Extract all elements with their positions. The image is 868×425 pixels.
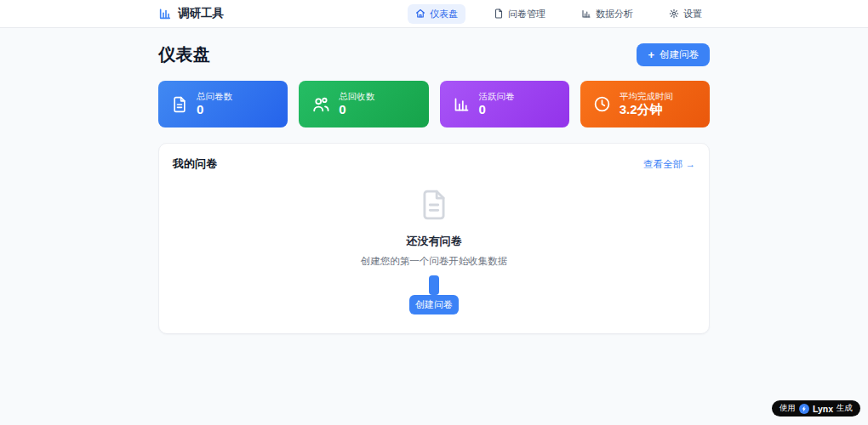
badge-prefix: 使用 bbox=[779, 403, 796, 414]
create-survey-button[interactable]: + 创建问卷 bbox=[637, 43, 710, 66]
page-title: 仪表盘 bbox=[158, 43, 211, 66]
empty-state: 还没有问卷 创建您的第一个问卷开始收集数据 创建问卷 bbox=[159, 175, 709, 314]
users-icon bbox=[311, 95, 330, 114]
panel-header: 我的问卷 查看全部 → bbox=[159, 144, 709, 175]
stat-card-total-surveys: 总问卷数 0 bbox=[158, 81, 288, 128]
top-navbar: 调研工具 仪表盘 问卷管理 bbox=[0, 0, 868, 28]
bar-chart-logo-icon bbox=[158, 7, 172, 20]
plus-icon: + bbox=[648, 49, 654, 60]
nav-item-label: 数据分析 bbox=[596, 8, 633, 20]
stat-value: 0 bbox=[339, 102, 374, 117]
main-content: 仪表盘 + 创建问卷 总问卷数 0 总回收数 bbox=[158, 28, 710, 334]
nav-item-data-analysis[interactable]: 数据分析 bbox=[574, 4, 641, 24]
lynx-logo-icon bbox=[799, 404, 809, 414]
panel-title: 我的问卷 bbox=[173, 156, 217, 172]
stat-card-avg-completion-time: 平均完成时间 3.2分钟 bbox=[580, 81, 710, 128]
empty-create-survey-button[interactable]: 创建问卷 bbox=[409, 295, 459, 314]
page-header: 仪表盘 + 创建问卷 bbox=[158, 43, 710, 66]
stat-card-active-surveys: 活跃问卷 0 bbox=[440, 81, 569, 128]
badge-suffix: 生成 bbox=[837, 403, 853, 414]
document-empty-icon bbox=[418, 189, 450, 224]
nav-item-label: 设置 bbox=[683, 8, 702, 20]
bar-chart-icon bbox=[581, 8, 591, 19]
app-title: 调研工具 bbox=[178, 6, 224, 21]
file-icon bbox=[494, 8, 504, 19]
stat-card-total-responses: 总回收数 0 bbox=[299, 81, 428, 128]
my-surveys-panel: 我的问卷 查看全部 → 还没有问卷 创建您的第一个问卷开始收集数据 创建问卷 bbox=[158, 143, 710, 334]
stat-value: 0 bbox=[479, 102, 515, 117]
stat-label: 总问卷数 bbox=[197, 91, 232, 102]
nav-item-label: 仪表盘 bbox=[430, 8, 458, 20]
nav-item-survey-management[interactable]: 问卷管理 bbox=[486, 4, 553, 24]
nav-item-label: 问卷管理 bbox=[508, 8, 545, 20]
nav-item-dashboard[interactable]: 仪表盘 bbox=[408, 4, 465, 24]
empty-state-title: 还没有问卷 bbox=[407, 234, 462, 249]
made-with-lynx-badge[interactable]: 使用 Lynx 生成 bbox=[772, 400, 860, 416]
file-text-icon bbox=[171, 95, 188, 114]
stat-label: 总回收数 bbox=[339, 91, 374, 102]
badge-brand: Lynx bbox=[813, 404, 833, 414]
home-icon bbox=[415, 8, 425, 19]
stats-row: 总问卷数 0 总回收数 0 活跃问卷 0 bbox=[158, 81, 710, 128]
blue-bar-decoration bbox=[429, 275, 439, 295]
stat-label: 平均完成时间 bbox=[620, 91, 673, 102]
gear-icon bbox=[669, 8, 679, 19]
brand: 调研工具 bbox=[158, 6, 224, 21]
view-all-link[interactable]: 查看全部 → bbox=[643, 158, 695, 171]
clock-icon bbox=[593, 95, 611, 113]
main-nav: 仪表盘 问卷管理 数据分析 bbox=[408, 4, 710, 24]
nav-item-settings[interactable]: 设置 bbox=[661, 4, 710, 24]
stat-value: 0 bbox=[197, 102, 232, 117]
stat-label: 活跃问卷 bbox=[479, 91, 515, 102]
empty-state-subtitle: 创建您的第一个问卷开始收集数据 bbox=[361, 255, 508, 268]
stat-value: 3.2分钟 bbox=[620, 102, 673, 117]
bar-chart-icon bbox=[453, 95, 471, 113]
